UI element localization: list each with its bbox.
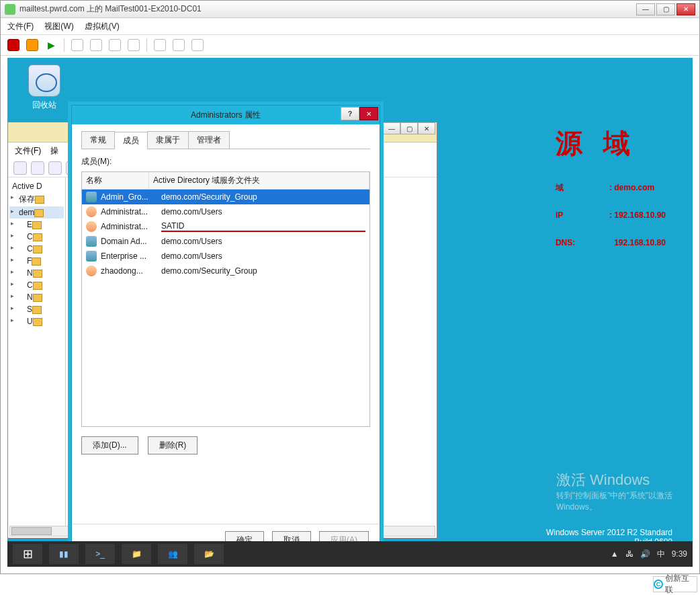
- member-name: Admin_Gro...: [101, 192, 161, 202]
- activate-title: 激活 Windows: [556, 470, 672, 490]
- remove-button[interactable]: 删除(R): [148, 436, 198, 454]
- aduc-maximize-button[interactable]: ▢: [400, 122, 418, 134]
- activate-line3: Windows。: [556, 502, 672, 513]
- vmware-titlebar[interactable]: mailtest.pwrd.com 上的 MailTest001-Ex2010-…: [1, 1, 699, 18]
- aduc-task-icon[interactable]: 👥: [158, 544, 187, 564]
- explorer-icon[interactable]: 📁: [122, 544, 151, 564]
- tray-clock[interactable]: 9:39: [672, 549, 687, 559]
- tray-flag-icon[interactable]: ▲: [611, 549, 619, 559]
- scrollbar-thumb[interactable]: [11, 527, 52, 535]
- tree-child-1[interactable]: C: [9, 231, 64, 243]
- annotation-overlay: 源 域 域: demo.com IP: 192.168.10.90 DNS: 1…: [556, 125, 666, 257]
- member-name: zhaodong...: [101, 266, 161, 276]
- tree-domain[interactable]: dem: [9, 206, 64, 219]
- aduc-back-icon[interactable]: [13, 161, 27, 175]
- member-name: Administrat...: [101, 222, 161, 231]
- member-row[interactable]: Admin_Gro...demo.com/Security_Group: [82, 190, 369, 204]
- member-row[interactable]: Administrat...SATID: [82, 219, 369, 234]
- menu-view[interactable]: 视图(W): [44, 21, 73, 32]
- aduc-forward-icon[interactable]: [31, 161, 44, 175]
- tree-saved-queries[interactable]: 保存: [9, 192, 64, 206]
- dialog-close-button[interactable]: ✕: [359, 107, 378, 120]
- dialog-help-button[interactable]: ?: [341, 107, 359, 120]
- vmware-title-text: mailtest.pwrd.com 上的 MailTest001-Ex2010-…: [19, 3, 636, 15]
- properties-dialog: Administrators 属性 ? ✕ 常规 成员 隶属于 管理者 成员(M…: [71, 105, 380, 557]
- group-icon: [86, 251, 97, 262]
- col-folder[interactable]: Active Directory 域服务文件夹: [149, 172, 369, 189]
- separator: [146, 38, 147, 52]
- aduc-menu-file[interactable]: 文件(F): [15, 145, 41, 157]
- overlay-dns-value: 192.168.10.80: [614, 238, 666, 247]
- member-name: Administrat...: [101, 207, 161, 216]
- group-icon: [86, 236, 97, 247]
- tree-child-8[interactable]: U: [9, 315, 64, 327]
- overlay-heading: 源 域: [556, 125, 666, 162]
- watermark: C 创新互联: [653, 576, 697, 592]
- member-row[interactable]: Domain Ad...demo.com/Users: [82, 234, 369, 249]
- member-row[interactable]: Administrat...demo.com/Users: [82, 204, 369, 219]
- member-folder: demo.com/Security_Group: [161, 192, 365, 202]
- aduc-tree[interactable]: Active D 保存 dem ECCFNCNSU: [8, 177, 66, 526]
- user-icon: [86, 266, 97, 276]
- tab-memberof[interactable]: 隶属于: [147, 131, 189, 149]
- dialog-tabs: 常规 成员 隶属于 管理者: [81, 131, 370, 149]
- settings-icon[interactable]: [173, 39, 185, 51]
- revert-icon[interactable]: [109, 39, 121, 51]
- pause-icon[interactable]: [26, 39, 38, 51]
- snapshot-icon[interactable]: [71, 39, 83, 51]
- play-icon[interactable]: ▶: [45, 39, 57, 51]
- tree-root[interactable]: Active D: [9, 180, 64, 192]
- fullscreen-icon[interactable]: [128, 39, 140, 51]
- add-button[interactable]: 添加(D)...: [81, 436, 138, 454]
- unity-icon[interactable]: [154, 39, 166, 51]
- col-name[interactable]: 名称: [82, 172, 149, 189]
- guest-desktop[interactable]: 回收站 源 域 域: demo.com IP: 192.168.10.90 DN…: [7, 58, 693, 567]
- menu-file[interactable]: 文件(F): [7, 21, 34, 32]
- powershell-icon[interactable]: >_: [85, 544, 115, 564]
- tree-child-4[interactable]: N: [9, 267, 64, 279]
- recycle-bin-icon: [28, 65, 60, 97]
- system-tray[interactable]: ▲ 🖧 🔊 中 9:39: [611, 549, 687, 560]
- member-row[interactable]: Enterprise ...demo.com/Users: [82, 249, 369, 264]
- aduc-up-icon[interactable]: [48, 161, 62, 175]
- snapshot-manage-icon[interactable]: [90, 39, 102, 51]
- members-grid[interactable]: 名称 Active Directory 域服务文件夹 Admin_Gro...d…: [81, 171, 370, 427]
- taskbar[interactable]: ⊞ ▮▮ >_ 📁 👥 📂 ▲ 🖧 🔊 中 9:39: [7, 541, 693, 567]
- tree-child-2[interactable]: C: [9, 243, 64, 255]
- tray-ime-icon[interactable]: 中: [657, 549, 665, 560]
- recycle-bin-label: 回收站: [21, 100, 68, 111]
- tree-child-0[interactable]: E: [9, 219, 64, 231]
- stop-icon[interactable]: [7, 39, 19, 51]
- tray-network-icon[interactable]: 🖧: [625, 549, 633, 559]
- overlay-ip-value: : 192.168.10.90: [609, 210, 666, 220]
- member-folder: demo.com/Users: [161, 251, 365, 261]
- tree-child-7[interactable]: S: [9, 303, 64, 315]
- overlay-domain-label: 域: [556, 182, 609, 194]
- folder-task-icon[interactable]: 📂: [194, 544, 224, 564]
- dialog-titlebar[interactable]: Administrators 属性 ? ✕: [72, 106, 380, 124]
- tree-child-6[interactable]: N: [9, 291, 64, 303]
- tab-managedby[interactable]: 管理者: [188, 131, 230, 149]
- aduc-menu-action[interactable]: 操: [50, 145, 58, 157]
- menu-vm[interactable]: 虚拟机(V): [85, 21, 120, 32]
- overlay-ip-label: IP: [556, 210, 609, 220]
- tray-volume-icon[interactable]: 🔊: [640, 549, 650, 559]
- tab-general[interactable]: 常规: [81, 131, 115, 149]
- member-folder: SATID: [161, 221, 365, 232]
- server-manager-icon[interactable]: ▮▮: [49, 544, 79, 564]
- tree-child-5[interactable]: C: [9, 279, 64, 291]
- more-icon[interactable]: [191, 39, 204, 51]
- tree-child-3[interactable]: F: [9, 255, 64, 267]
- member-folder: demo.com/Users: [161, 237, 365, 246]
- recycle-bin[interactable]: 回收站: [21, 65, 68, 111]
- aduc-close-button[interactable]: ✕: [418, 122, 435, 134]
- tab-members[interactable]: 成员: [114, 132, 148, 149]
- member-name: Enterprise ...: [101, 251, 161, 261]
- separator: [64, 38, 64, 52]
- aduc-minimize-button[interactable]: —: [383, 122, 400, 134]
- maximize-button[interactable]: ▢: [656, 3, 675, 15]
- start-button[interactable]: ⊞: [13, 544, 42, 564]
- member-row[interactable]: zhaodong...demo.com/Security_Group: [82, 264, 369, 278]
- close-button[interactable]: ✕: [676, 3, 695, 15]
- minimize-button[interactable]: —: [636, 3, 655, 15]
